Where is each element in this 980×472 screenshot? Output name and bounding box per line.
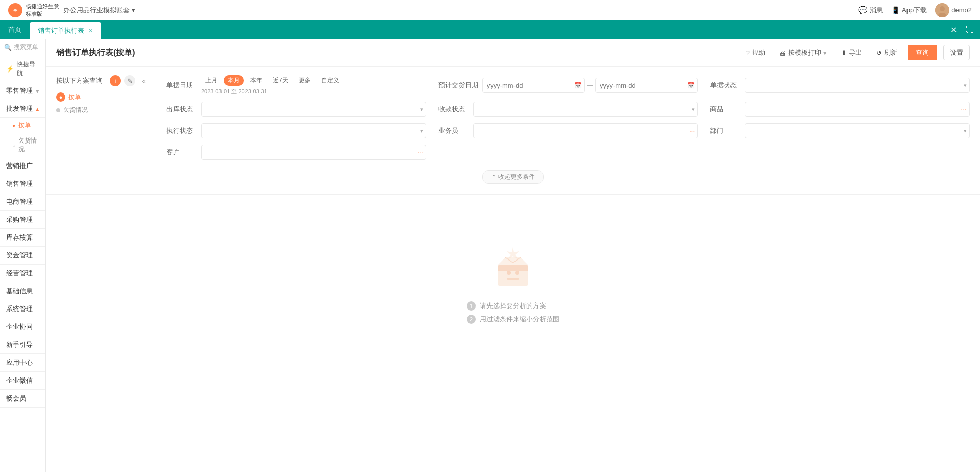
sidebar-sub-item-order[interactable]: ● 按单 <box>0 118 45 133</box>
svg-point-2 <box>940 6 945 11</box>
salesperson-input[interactable] <box>473 123 698 138</box>
date-tab-lastmonth[interactable]: 上月 <box>201 75 222 86</box>
help-icon: ? <box>746 49 750 57</box>
date-tab-7days[interactable]: 近7天 <box>268 75 292 86</box>
date-tab-thismonth[interactable]: 本月 <box>224 75 244 86</box>
order-scheme-label: 按单 <box>68 93 81 102</box>
content-divider <box>46 195 980 195</box>
collapse-scheme-btn[interactable]: « <box>138 75 150 86</box>
edit-scheme-btn[interactable]: ✎ <box>124 75 135 86</box>
sidebar-section-newuser[interactable]: 新手引导 <box>0 336 45 354</box>
tab-home[interactable]: 首页 <box>0 20 30 39</box>
operation-label: 经营管理 <box>6 269 33 278</box>
out-status-select[interactable] <box>201 102 426 117</box>
sidebar-section-appcenter[interactable]: 应用中心 <box>0 354 45 372</box>
goods-input[interactable] <box>745 102 970 117</box>
print-button[interactable]: 🖨 按模板打印 ▾ <box>775 46 831 59</box>
refresh-button[interactable]: ↺ 刷新 <box>872 46 901 59</box>
sidebar-section-retail[interactable]: 零售管理 ▾ <box>0 82 45 100</box>
page-actions: ? 帮助 🖨 按模板打印 ▾ ⬇ 导出 ↺ 刷新 <box>742 45 970 60</box>
search-menu[interactable]: 🔍 搜索菜单 <box>0 39 45 56</box>
sidebar-item-quick-nav[interactable]: ⚡ 快捷导航 <box>0 56 45 82</box>
app-download-button[interactable]: 📱 App下载 <box>891 6 927 15</box>
export-label: 导出 <box>849 48 862 57</box>
filter-panel-icons: + ✎ « <box>110 75 150 86</box>
svg-rect-5 <box>498 265 528 271</box>
phone-icon: 📱 <box>891 6 900 14</box>
date-tab-custom[interactable]: 自定义 <box>317 75 344 86</box>
sidebar-section-operation[interactable]: 经营管理 <box>0 265 45 282</box>
scheme-label: 按以下方案查询 <box>56 76 103 85</box>
username-label: demo2 <box>951 6 972 14</box>
user-area[interactable]: demo2 <box>935 3 972 17</box>
tip-text-2: 用过滤条件来缩小分析范围 <box>480 315 559 324</box>
empty-state: 1 请先选择要分析的方案 2 用过滤条件来缩小分析范围 <box>46 201 980 365</box>
customer-input[interactable] <box>201 145 426 160</box>
department-select[interactable] <box>745 123 970 138</box>
order-active-dot: ● <box>56 92 65 102</box>
sidebar-section-inventory[interactable]: 库存核算 <box>0 229 45 247</box>
help-button[interactable]: ? 帮助 <box>742 46 769 59</box>
exec-status-select[interactable] <box>201 123 426 138</box>
order-status-select[interactable] <box>745 78 970 93</box>
order-active-icon: ● <box>12 123 15 128</box>
export-button[interactable]: ⬇ 导出 <box>837 46 866 59</box>
sidebar-section-system[interactable]: 系统管理 <box>0 300 45 318</box>
query-button[interactable]: 查询 <box>908 45 937 60</box>
date-tab-thisyear[interactable]: 本年 <box>246 75 266 86</box>
retail-label: 零售管理 <box>6 86 33 96</box>
corpwechat-label: 企业微信 <box>6 376 33 385</box>
company-select[interactable]: 办公用品行业模拟账套 ▾ <box>63 6 135 15</box>
sidebar-section-vip[interactable]: 畅会员 <box>0 390 45 408</box>
message-icon: 💬 <box>858 6 868 15</box>
sidebar-section-enterprise[interactable]: 企业协同 <box>0 318 45 336</box>
expected-date-end-input[interactable] <box>595 78 698 93</box>
sidebar-section-wholesale[interactable]: 批发管理 ▴ <box>0 100 45 118</box>
search-label: 搜索菜单 <box>14 43 38 52</box>
quick-nav-icon: ⚡ <box>6 65 14 73</box>
filter-grid-row3: 执行状态 ▾ 业务员 ··· <box>166 123 970 138</box>
content-area: 销售订单执行表(按单) ? 帮助 🖨 按模板打印 ▾ ⬇ 导出 <box>46 39 980 472</box>
sidebar-section-purchase[interactable]: 采购管理 <box>0 211 45 229</box>
goods-dots-icon[interactable]: ··· <box>961 105 967 113</box>
search-icon: 🔍 <box>4 44 12 51</box>
sidebar-section-sales[interactable]: 销售管理 <box>0 175 45 193</box>
collapse-button[interactable]: ⌃ 收起更多条件 <box>482 170 544 184</box>
filter-item-collect-status: 收款状态 ▾ <box>438 102 698 117</box>
logo-area[interactable]: 畅捷通好生意 标准版 <box>8 3 59 17</box>
add-scheme-btn[interactable]: + <box>110 75 121 86</box>
expected-date-start-input[interactable] <box>482 78 585 93</box>
logo-text: 畅捷通好生意 标准版 <box>26 3 59 17</box>
tab-sales-order[interactable]: 销售订单执行表 ✕ <box>30 22 101 39</box>
settings-button[interactable]: 设置 <box>943 45 970 60</box>
filter-item-customer: 客户 ··· <box>166 145 426 160</box>
svg-rect-8 <box>507 278 519 280</box>
date-tab-more[interactable]: 更多 <box>295 75 315 86</box>
customer-dots-icon[interactable]: ··· <box>417 148 423 156</box>
date-range-separator: — <box>587 82 593 89</box>
collect-status-label: 收款状态 <box>438 105 469 114</box>
sidebar-section-finance[interactable]: 资金管理 <box>0 247 45 265</box>
sidebar-section-ecommerce[interactable]: 电商管理 <box>0 193 45 211</box>
scheme-item-order[interactable]: ● 按单 <box>56 90 150 104</box>
sidebar-section-marketing[interactable]: 营销推广 <box>0 157 45 175</box>
filter-right-panel: 单据日期 上月 本月 本年 近7天 更多 自定义 <box>166 75 970 160</box>
sales-order-tab-label: 销售订单执行表 <box>38 26 84 35</box>
tab-expand-icon[interactable]: ⛶ <box>964 23 976 36</box>
salesperson-dots-icon[interactable]: ··· <box>689 127 695 135</box>
empty-icon <box>487 242 538 293</box>
basic-label: 基础信息 <box>6 287 33 296</box>
company-name: 办公用品行业模拟账套 <box>63 6 130 15</box>
tab-close-icon[interactable]: ✕ <box>88 28 93 34</box>
filter-scheme-panel: 按以下方案查询 + ✎ « ● 按单 <box>56 75 158 116</box>
sidebar-section-basic[interactable]: 基础信息 <box>0 282 45 300</box>
sidebar-section-corpwechat[interactable]: 企业微信 <box>0 372 45 390</box>
debt-label: 欠货情况 <box>18 136 39 154</box>
message-button[interactable]: 💬 消息 <box>858 6 883 15</box>
tab-close-all-icon[interactable]: ✕ <box>947 23 960 36</box>
scheme-item-debt[interactable]: 欠货情况 <box>56 104 150 116</box>
query-label: 查询 <box>916 48 929 57</box>
sidebar-sub-item-debt[interactable]: ○ 欠货情况 <box>0 133 45 157</box>
print-icon: 🖨 <box>779 49 786 57</box>
collect-status-select[interactable] <box>473 102 698 117</box>
